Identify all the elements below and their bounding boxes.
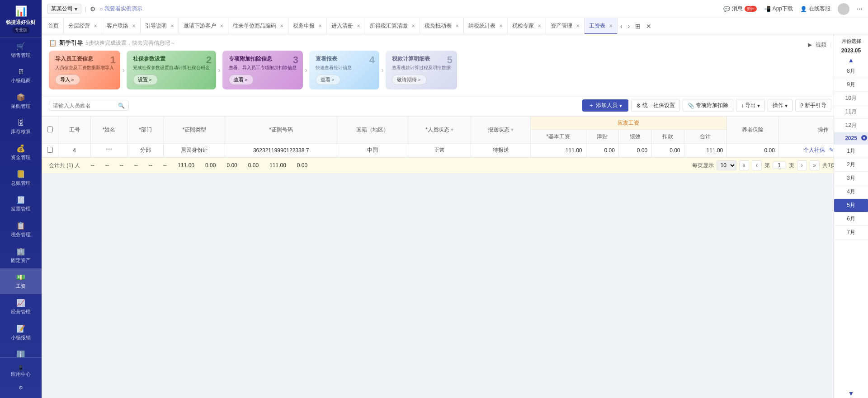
month-item-1[interactable]: 1月 (834, 145, 868, 158)
tab-branch-close[interactable]: ✕ (94, 23, 97, 28)
tab-tax-exempt-close[interactable]: ✕ (455, 23, 459, 28)
search-wrap: 🔍 (49, 101, 129, 111)
tab-branch[interactable]: 分层经营 ✕ (64, 18, 102, 34)
tab-tax-report-close[interactable]: ✕ (318, 23, 322, 28)
company-selector[interactable]: 某某公司 ▾ (47, 4, 81, 14)
tab-tax-calc-close[interactable]: ✕ (411, 23, 415, 28)
step4-btn[interactable]: 查看＞ (316, 75, 340, 85)
sidebar-item-basic-info[interactable]: ℹ️ 基础信息 (0, 346, 42, 357)
header-right: 💬 消息 99+ 📲 App下载 👤 在线客服 ⋯ (723, 3, 863, 15)
tab-intro-close[interactable]: ✕ (170, 23, 174, 28)
tab-tax-calc[interactable]: 所得税汇算清缴 ✕ (365, 18, 420, 34)
tab-tax-expert-close[interactable]: ✕ (538, 23, 541, 28)
step3-btn[interactable]: 查看＞ (229, 75, 254, 85)
action-personal-insurance[interactable]: 个人社保 (803, 147, 825, 153)
month-next-btn[interactable]: ▼ (847, 389, 855, 398)
status-filter-icon[interactable]: ▾ (451, 126, 453, 133)
first-page-btn[interactable]: « (739, 160, 749, 170)
step2-btn[interactable]: 设置＞ (133, 75, 158, 85)
month-item-5[interactable]: 5月 (834, 199, 868, 212)
tab-home[interactable]: 首页 (43, 18, 64, 34)
message-button[interactable]: 💬 消息 99+ (723, 5, 757, 13)
user-menu-icon[interactable]: ⋯ (857, 5, 863, 12)
per-page-select[interactable]: 10 20 50 (717, 160, 736, 170)
add-staff-button[interactable]: ＋ 添加人员 ▾ (582, 99, 628, 112)
tab-goods-code-close[interactable]: ✕ (280, 23, 283, 28)
step1-btn[interactable]: 导入＞ (55, 75, 80, 85)
tab-tax-stat-close[interactable]: ✕ (499, 23, 503, 28)
header-left: 某某公司 ▾ | ⚙ ○ 我要看实例演示 (47, 4, 142, 14)
tab-more-btn[interactable]: ⊞ (632, 23, 643, 30)
tab-clearance[interactable]: 进入清册 ✕ (327, 18, 365, 34)
sidebar-item-inventory[interactable]: 🗄 库存核算 (0, 114, 42, 140)
operations-button[interactable]: 操作 ▾ (768, 99, 793, 112)
user-avatar[interactable] (838, 3, 849, 15)
page-input[interactable] (773, 162, 786, 169)
tab-tax-stat[interactable]: 纳税统计表 ✕ (464, 18, 508, 34)
tab-goods-code[interactable]: 往来单位商品编码 ✕ (228, 18, 288, 34)
tab-invite[interactable]: 邀请下游客户 ✕ (179, 18, 228, 34)
step5-btn[interactable]: 敬请期待＞ (392, 75, 427, 85)
month-item-4[interactable]: 4月 (834, 185, 868, 199)
month-item-10[interactable]: 10月 (834, 92, 868, 105)
app-center-label: 应用中心 (11, 371, 31, 378)
tab-salary-table-close[interactable]: ✕ (609, 23, 613, 28)
settings-icon-header[interactable]: ⚙ (90, 5, 96, 13)
prev-page-btn[interactable]: ‹ (752, 160, 762, 170)
tab-prev-btn[interactable]: ‹ (618, 23, 625, 30)
sidebar-app-center[interactable]: 📱 应用中心 (0, 361, 42, 381)
row-checkbox[interactable] (47, 147, 53, 153)
app-download-button[interactable]: 📲 App下载 (764, 5, 793, 13)
month-item-7[interactable]: 7月 (834, 226, 868, 239)
export-button[interactable]: ↑ 导出 ▾ (736, 99, 765, 112)
tab-tax-exempt[interactable]: 税免抵动表 ✕ (420, 18, 464, 34)
online-service-button[interactable]: 👤 在线客服 (800, 5, 830, 13)
sidebar-item-report-sales[interactable]: 📝 小畅报销 (0, 320, 42, 346)
sidebar-item-sales[interactable]: 🛒 销售管理 (0, 37, 42, 63)
tab-asset-mgmt-close[interactable]: ✕ (576, 23, 580, 28)
month-item-9[interactable]: 9月 (834, 78, 868, 92)
sidebar-item-operations[interactable]: 📈 经营管理 (0, 294, 42, 320)
month-item-12[interactable]: 12月 (834, 119, 868, 132)
sidebar-item-salary[interactable]: 💵 工资 (0, 268, 42, 294)
col-name: *姓名 (91, 117, 127, 144)
month-item-2[interactable]: 2月 (834, 158, 868, 172)
sidebar-item-purchase[interactable]: 📦 采购管理 (0, 89, 42, 114)
tab-close-all-btn[interactable]: ✕ (643, 23, 654, 30)
tab-customer-close[interactable]: ✕ (132, 23, 136, 28)
tab-invite-close[interactable]: ✕ (220, 23, 223, 28)
unified-settings-button[interactable]: ⚙ 统一社保设置 (631, 99, 680, 112)
tab-clearance-close[interactable]: ✕ (357, 23, 360, 28)
demo-button[interactable]: ○ 我要看实例演示 (99, 5, 142, 13)
step4-title: 查看报表 (316, 55, 373, 63)
tab-next-btn[interactable]: › (625, 23, 633, 30)
search-input[interactable] (53, 103, 116, 109)
tab-tax-report[interactable]: 税务申报 ✕ (288, 18, 327, 34)
month-item-11[interactable]: 11月 (834, 105, 868, 119)
tab-salary-table[interactable]: 工资表 ✕ (585, 18, 618, 34)
new-guide-button[interactable]: ? 新手引导 (795, 99, 831, 112)
additional-deduction-button[interactable]: 📎 专项附加扣除 (683, 99, 733, 112)
sidebar-item-ledger[interactable]: 📒 总账管理 (0, 165, 42, 191)
select-all-checkbox[interactable] (47, 126, 53, 132)
sidebar-item-tax[interactable]: 📋 税务管理 (0, 217, 42, 243)
report-filter-icon[interactable]: ▾ (511, 126, 514, 133)
sidebar-item-ecommerce[interactable]: 🖥 小畅电商 (0, 63, 42, 89)
sidebar-settings[interactable]: ⚙ (0, 381, 42, 394)
tab-intro[interactable]: 引导说明 ✕ (141, 18, 179, 34)
month-item-8[interactable]: 8月 (834, 65, 868, 78)
sidebar-item-finance[interactable]: 💰 资金管理 (0, 140, 42, 165)
action-edit[interactable]: ✎ (829, 147, 834, 153)
tab-tax-expert[interactable]: 税检专家 ✕ (508, 18, 546, 34)
tab-asset-mgmt[interactable]: 资产管理 ✕ (546, 18, 585, 34)
guide-video-label[interactable]: 视频 (816, 41, 826, 49)
month-prev-btn[interactable]: ▲ (847, 56, 855, 65)
next-page-btn[interactable]: › (797, 160, 807, 170)
month-item-3[interactable]: 3月 (834, 172, 868, 185)
month-item-6[interactable]: 6月 (834, 212, 868, 226)
sidebar-item-invoice[interactable]: 🧾 发票管理 (0, 191, 42, 217)
sidebar-item-fixed-assets[interactable]: 🏢 固定资产 (0, 243, 42, 268)
main-area: 某某公司 ▾ | ⚙ ○ 我要看实例演示 💬 消息 99+ 📲 App下载 👤 (42, 0, 868, 398)
tab-customer[interactable]: 客户联络 ✕ (102, 18, 141, 34)
last-page-btn[interactable]: » (810, 160, 820, 170)
